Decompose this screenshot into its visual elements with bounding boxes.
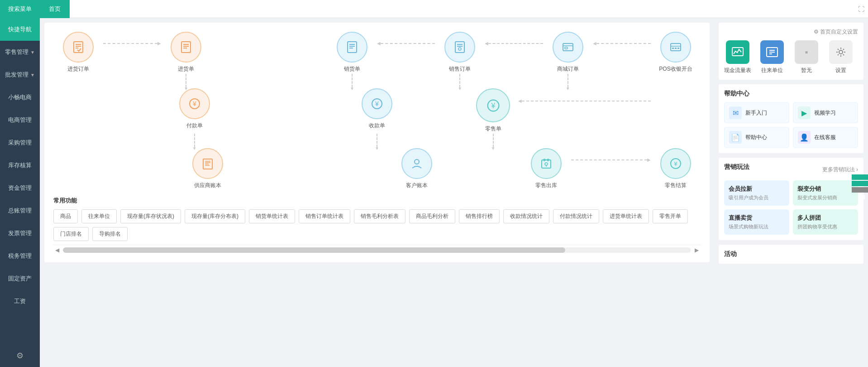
sidebar-item-purchase-mgmt[interactable]: 采购管理 (0, 131, 40, 154)
sidebar-item-finance[interactable]: 资金管理 (0, 177, 40, 199)
mall-order-icon (553, 32, 583, 63)
retail-settle-icon: ¥ (660, 148, 691, 179)
flow-col-purchase-order: 进货订单 (53, 32, 103, 73)
marketing-section: 营销玩法 更多营销玩法 › 会员拉新 吸引用户成为会员 裂变分销 裂变式发展分销… (719, 158, 863, 240)
marketing-item-member[interactable]: 会员拉新 吸引用户成为会员 (724, 180, 789, 206)
marketing-item-live[interactable]: 直播卖货 场景式购物新玩法 (724, 209, 789, 235)
sidebar-item-payroll[interactable]: 工资 (0, 290, 40, 313)
quick-icon-none[interactable]: ▪ 暂无 (793, 40, 820, 74)
quick-icon-contacts[interactable]: 往来单位 (758, 40, 786, 74)
flow-node-purchase-bill[interactable]: 进货单 (161, 32, 211, 73)
sales-order-icon (444, 32, 475, 63)
pos-label: POS收银开台 (659, 65, 692, 73)
tab-home[interactable]: 首页 (40, 0, 70, 18)
sidebar-label-ecommerce: 小畅电商 (8, 93, 32, 101)
receipt-label: 收款单 (369, 122, 385, 130)
search-menu-button[interactable]: 搜索菜单 (0, 0, 40, 18)
func-btn-付款情况统计[interactable]: 付款情况统计 (553, 209, 599, 223)
float-btn-community[interactable]: 服务社区 (852, 181, 868, 186)
sidebar-label-purchase: 采购管理 (8, 139, 32, 147)
help-item-beginner[interactable]: ✉ 新手入门 (724, 102, 789, 123)
sidebar-item-wholesale-mgmt[interactable]: 批发管理 ▼ (0, 63, 40, 86)
flow-node-mall-order[interactable]: 商城订单 (543, 32, 593, 73)
func-btn-现存量(库存状况表)[interactable]: 现存量(库存状况表) (120, 209, 181, 223)
activity-title: 活动 (724, 250, 858, 258)
flow-node-purchase-order[interactable]: 进货订单 (53, 32, 103, 73)
sidebar-item-inventory[interactable]: 库存核算 (0, 154, 40, 177)
sidebar-item-invoice[interactable]: 发票管理 (0, 222, 40, 245)
svg-text:¥: ¥ (375, 100, 379, 107)
live-title: 直播卖货 (729, 214, 785, 222)
wholesale-arrow: ▼ (30, 72, 35, 77)
sidebar-label-inventory: 库存核算 (8, 161, 32, 169)
func-btn-零售开单[interactable]: 零售开单 (653, 209, 688, 223)
sidebar-label-ledger: 总账管理 (8, 207, 32, 215)
quick-icon-settings[interactable]: 设置 (827, 40, 854, 74)
sidebar-item-ledger[interactable]: 总账管理 (0, 199, 40, 222)
func-btn-进货单统计表[interactable]: 进货单统计表 (603, 209, 649, 223)
flow-node-payment[interactable]: ¥ 付款单 (170, 88, 219, 130)
none-icon-box: ▪ (795, 40, 818, 64)
func-btn-商品毛利分析[interactable]: 商品毛利分析 (409, 209, 455, 223)
retail-bill-label: 零售单 (485, 125, 501, 133)
quick-nav-card: 进货订单 ▶ (44, 23, 710, 262)
flow-node-sales-bill[interactable]: 销货单 (327, 32, 377, 73)
flow-node-retail-bill[interactable]: ¥ 零售单 (468, 88, 518, 133)
func-btn-现存量(库存分布表)[interactable]: 现存量(库存分布表) (185, 209, 245, 223)
sidebar-settings-button[interactable]: ⚙ (0, 344, 40, 367)
func-btn-导购排名[interactable]: 导购排名 (92, 227, 128, 241)
float-btn-hotline[interactable]: 客服热线 (852, 174, 868, 180)
scroll-left-btn[interactable]: ◀ (53, 247, 61, 253)
help-item-video[interactable]: ▶ 视频学习 (793, 102, 858, 123)
marketing-item-group[interactable]: 多人拼团 拼团购物享受优惠 (793, 209, 858, 235)
func-btn-往来单位[interactable]: 往来单位 (81, 209, 117, 223)
customer-service-label: 在线客服 (814, 134, 836, 141)
sidebar-item-ecommerce-mgmt[interactable]: 电商管理 (0, 109, 40, 131)
float-btn-desktop[interactable]: 桌面快捷 (852, 187, 868, 193)
flow-node-retail-out[interactable]: 零售出库 (521, 148, 571, 189)
fission-title: 裂变分销 (797, 185, 854, 193)
svg-text:¥: ¥ (491, 101, 495, 109)
func-btn-收款情况统计[interactable]: 收款情况统计 (503, 209, 549, 223)
sidebar-item-retail-mgmt[interactable]: 零售管理 ▼ (0, 41, 40, 63)
sidebar-item-assets[interactable]: 固定资产 (0, 267, 40, 290)
func-btn-销售排行榜[interactable]: 销售排行榜 (459, 209, 500, 223)
video-icon: ▶ (798, 106, 811, 119)
customize-link[interactable]: ⚙ 首页自定义设置 (814, 28, 858, 36)
marketing-header: 营销玩法 更多营销玩法 › (724, 163, 858, 176)
func-btn-销货单统计表[interactable]: 销货单统计表 (249, 209, 295, 223)
help-item-customer-service[interactable]: 👤 在线客服 (793, 127, 858, 148)
flow-node-retail-settle[interactable]: ¥ 零售结算 (651, 148, 701, 189)
sidebar-item-ecommerce[interactable]: 小畅电商 (0, 86, 40, 109)
sidebar-item-tax[interactable]: 税务管理 (0, 245, 40, 267)
flow-node-pos[interactable]: POS收银开台 (651, 32, 701, 73)
func-btn-商品[interactable]: 商品 (53, 209, 78, 223)
flow-node-sales-order[interactable]: 销售订单 (435, 32, 485, 73)
customer-service-icon: 👤 (798, 131, 811, 144)
marketing-more-link[interactable]: 更多营销玩法 › (822, 166, 858, 174)
quick-icon-cashflow[interactable]: 现金流量表 (724, 40, 751, 74)
expand-icon[interactable]: ⛶ (858, 5, 864, 13)
retail-out-icon (531, 148, 562, 179)
flow-node-customer[interactable]: 客户账本 (392, 148, 442, 189)
beginner-label: 新手入门 (745, 109, 767, 117)
retail-arrow: ▼ (30, 50, 35, 55)
help-item-help-center[interactable]: 📄 帮助中心 (724, 127, 789, 148)
flow-node-supplier[interactable]: 供应商账本 (183, 148, 233, 189)
flow-node-receipt[interactable]: ¥ 收款单 (352, 88, 402, 130)
svg-text:¥: ¥ (192, 100, 196, 107)
quick-icons-row: 现金流量表 往来单位 ▪ 暂无 (724, 40, 858, 74)
sidebar-label-ecommerce-mgmt: 电商管理 (8, 116, 32, 124)
svg-rect-23 (677, 48, 679, 49)
scroll-right-btn[interactable]: ▶ (693, 247, 701, 253)
sidebar-label-quick-nav: 快捷导航 (8, 25, 32, 34)
scroll-track[interactable] (63, 247, 691, 253)
marketing-item-fission[interactable]: 裂变分销 裂变式发展分销商 (793, 180, 858, 206)
func-btn-销售毛利分析表[interactable]: 销售毛利分析表 (354, 209, 405, 223)
func-btn-销售订单统计表[interactable]: 销售订单统计表 (299, 209, 350, 223)
sidebar-item-quick-nav[interactable]: 快捷导航 (0, 18, 40, 41)
sidebar-label-tax: 税务管理 (8, 252, 32, 260)
flow-col-sales-order: 销售订单 (435, 32, 485, 73)
func-btn-门店排名[interactable]: 门店排名 (53, 227, 89, 241)
sales-order-label: 销售订单 (449, 65, 471, 73)
